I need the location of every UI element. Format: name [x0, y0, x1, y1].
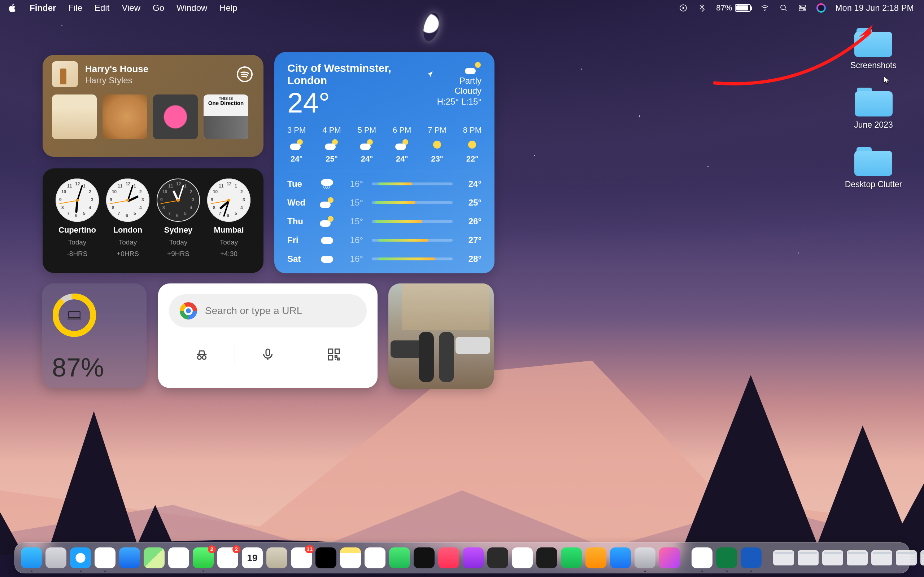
dock-safari[interactable]	[70, 548, 91, 568]
menu-view[interactable]: View	[122, 3, 141, 13]
wifi-icon[interactable]	[760, 3, 769, 13]
menu-go[interactable]: Go	[153, 3, 164, 13]
world-clock-widget[interactable]: 121234567891011CupertinoToday-8HRS121234…	[43, 168, 263, 273]
weather-current-temp: 24°	[287, 89, 434, 117]
dock-calendar1[interactable]: 2	[217, 548, 238, 568]
dock-music[interactable]	[438, 548, 459, 568]
menubar-datetime[interactable]: Mon 19 Jun 2:18 PM	[835, 3, 914, 13]
laptop-icon	[52, 293, 97, 338]
dock-intellij[interactable]	[487, 548, 508, 568]
dock-launchpad[interactable]	[45, 548, 66, 568]
day-low: 15°	[343, 198, 363, 208]
music-thumb[interactable]: THIS ISOne Direction	[204, 95, 248, 139]
battery-status[interactable]: 87%	[716, 3, 751, 13]
now-playing-icon[interactable]	[678, 3, 688, 13]
minimized-window[interactable]	[798, 550, 819, 566]
menu-edit[interactable]: Edit	[95, 3, 109, 13]
dock-messages[interactable]: 2	[193, 548, 214, 568]
menu-file[interactable]: File	[68, 3, 82, 13]
desktop-folder[interactable]: Screenshots	[850, 28, 897, 70]
folder-label: Screenshots	[850, 61, 897, 70]
hour-label: 8 PM	[463, 126, 481, 135]
minimized-window[interactable]	[896, 550, 917, 566]
dock-chrome[interactable]	[95, 548, 115, 568]
dock-excel[interactable]	[716, 548, 737, 568]
dock-finder[interactable]	[21, 548, 42, 568]
hourly-forecast: 6 PM24°	[393, 126, 411, 164]
menu-window[interactable]: Window	[176, 3, 207, 13]
qr-lens-button[interactable]	[301, 338, 367, 371]
apple-menu-icon[interactable]	[8, 3, 17, 13]
desktop-folder[interactable]: June 2023	[854, 88, 893, 130]
siri-icon[interactable]	[816, 3, 826, 13]
dock-brave[interactable]	[365, 548, 386, 568]
dock-settings[interactable]	[635, 548, 656, 568]
weather-condition: Partly Cloudy H:25° L:15°	[434, 62, 481, 107]
clock-today: Today	[68, 239, 87, 246]
minimized-window[interactable]	[822, 550, 843, 566]
hour-label: 4 PM	[322, 126, 341, 135]
dock-mail[interactable]	[119, 548, 140, 568]
music-thumb[interactable]	[52, 95, 97, 139]
day-high: 24°	[461, 179, 481, 189]
hourly-forecast: 3 PM24°	[287, 126, 306, 164]
dock-edge[interactable]	[691, 548, 712, 568]
dock-maps[interactable]	[144, 548, 165, 568]
menu-help[interactable]: Help	[220, 3, 237, 13]
dock-shortcuts[interactable]	[659, 548, 680, 568]
minimized-window[interactable]	[773, 550, 794, 566]
clock-london: 121234567891011LondonToday+0HRS	[102, 179, 153, 266]
dock-whatsapp[interactable]	[389, 548, 410, 568]
dock-freeform[interactable]	[512, 548, 533, 568]
desktop-folder[interactable]: Desktop Clutter	[845, 147, 902, 189]
hour-label: 5 PM	[358, 126, 376, 135]
dock-numbers[interactable]	[561, 548, 582, 568]
folder-icon	[855, 28, 892, 57]
spotify-icon	[237, 66, 253, 82]
dock-appletv[interactable]	[414, 548, 435, 568]
clock-offset: +9HRS	[167, 250, 189, 258]
day-label: Fri	[287, 235, 311, 245]
chrome-search-bar[interactable]: Search or type a URL	[169, 294, 367, 327]
dock-contacts[interactable]	[267, 548, 287, 568]
minimized-window[interactable]	[871, 550, 892, 566]
minimized-window[interactable]	[921, 550, 924, 566]
control-center-icon[interactable]	[798, 3, 807, 13]
dock-podcasts[interactable]	[463, 548, 484, 568]
folder-icon	[855, 147, 892, 176]
music-thumb[interactable]	[153, 95, 198, 139]
hour-temp: 25°	[326, 154, 338, 164]
dock-appstore[interactable]	[610, 548, 631, 568]
battery-widget[interactable]: 87%	[42, 284, 147, 388]
music-widget[interactable]: Harry's House Harry Styles THIS ISOne Di…	[43, 55, 263, 157]
active-app-name[interactable]: Finder	[30, 3, 56, 13]
dock-photos[interactable]	[168, 548, 189, 568]
chrome-search-widget[interactable]: Search or type a URL	[158, 284, 378, 388]
minimized-window[interactable]	[847, 550, 868, 566]
voice-search-button[interactable]	[235, 344, 301, 364]
dock-pages[interactable]	[585, 548, 606, 568]
svg-rect-10	[69, 311, 80, 318]
music-thumb[interactable]	[102, 95, 147, 139]
photos-widget[interactable]	[388, 284, 494, 389]
dock-word[interactable]	[741, 548, 762, 568]
dock-notes[interactable]	[340, 548, 361, 568]
svg-point-1	[764, 10, 766, 11]
clock-city: Cupertino	[58, 226, 96, 235]
daily-forecast: Tue16°24°	[287, 179, 481, 189]
dock-calendar2[interactable]: 19	[242, 548, 263, 568]
bluetooth-icon[interactable]	[697, 3, 707, 13]
hourly-forecast: 4 PM25°	[322, 126, 341, 164]
chrome-icon	[180, 302, 197, 319]
folder-icon	[855, 88, 893, 116]
dock-terminal[interactable]	[536, 548, 557, 568]
day-label: Tue	[287, 179, 311, 189]
spotlight-icon[interactable]	[779, 3, 788, 13]
album-art	[52, 61, 78, 87]
weather-icon	[325, 139, 339, 150]
weather-widget[interactable]: City of Westminster, London 24° Partly C…	[274, 52, 494, 273]
dock-stocks[interactable]	[315, 548, 336, 568]
incognito-button[interactable]	[169, 344, 235, 364]
dock-reminders[interactable]: 11	[291, 548, 312, 568]
clock-cupertino: 121234567891011CupertinoToday-8HRS	[52, 179, 102, 266]
